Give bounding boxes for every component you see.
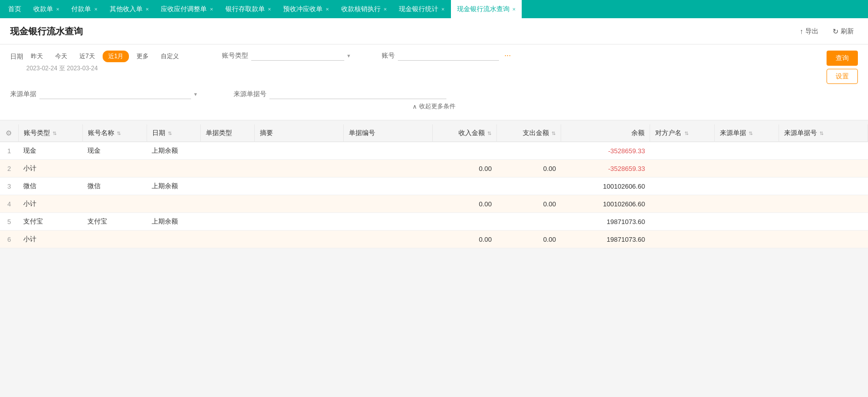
row-doc-no	[343, 178, 432, 195]
account-input[interactable]	[398, 51, 499, 61]
refresh-button[interactable]: ↻ 刷新	[829, 25, 858, 38]
row-num: 1	[0, 142, 18, 160]
table-row: 4 小计 0.00 0.00 100102606.60	[0, 195, 868, 213]
sort-counterpart-icon[interactable]: ⇅	[684, 130, 689, 136]
row-doc-no	[343, 195, 432, 213]
page-header: 现金银行流水查询 ↑ 导出 ↻ 刷新	[0, 18, 868, 45]
sort-source-doc-icon[interactable]: ⇅	[749, 130, 753, 136]
table-row: 2 小计 0.00 0.00 -3528659.33	[0, 160, 868, 178]
col-account-name: 账号名称 ⇅	[82, 124, 147, 142]
row-counterpart	[650, 178, 714, 195]
close-tab-5-icon[interactable]: ×	[326, 6, 329, 12]
row-summary	[254, 231, 343, 248]
account-type-dropdown-icon[interactable]: ▾	[347, 53, 350, 59]
sort-account-type-icon[interactable]: ⇅	[53, 130, 57, 136]
query-button[interactable]: 查询	[827, 51, 858, 66]
row-date	[147, 160, 200, 178]
close-tab-2-icon[interactable]: ×	[146, 6, 149, 12]
row-account-name	[82, 160, 147, 178]
sort-source-doc-no-icon[interactable]: ⇅	[819, 130, 824, 136]
source-doc-no-input[interactable]	[269, 89, 446, 99]
settings-button[interactable]: 设置	[827, 69, 858, 84]
collapse-bar[interactable]: ∧ 收起更多条件	[10, 99, 858, 114]
row-source-doc	[714, 231, 779, 248]
row-source-doc-no	[779, 160, 867, 178]
row-expense	[497, 178, 561, 195]
table-row: 6 小计 0.00 0.00 19871073.60	[0, 231, 868, 248]
source-doc-section: 来源单据 ▾	[10, 89, 197, 99]
nav-tab-4[interactable]: 银行存取款单 ×	[219, 0, 277, 18]
sort-account-name-icon[interactable]: ⇅	[117, 130, 121, 136]
account-type-input[interactable]	[251, 51, 344, 61]
header-actions: ↑ 导出 ↻ 刷新	[796, 25, 858, 38]
row-source-doc	[714, 160, 779, 178]
row-doc-type	[200, 195, 254, 213]
nav-home[interactable]: 首页	[2, 0, 27, 18]
gear-icon[interactable]: ⚙	[6, 129, 12, 137]
nav-tab-2[interactable]: 其他收入单 ×	[104, 0, 155, 18]
row-date: 上期余额	[147, 142, 200, 160]
source-doc-input[interactable]	[39, 89, 191, 99]
row-date: 上期余额	[147, 213, 200, 231]
row-summary	[254, 178, 343, 195]
col-source-doc: 来源单据 ⇅	[714, 124, 779, 142]
action-buttons: 查询 设置	[827, 51, 858, 84]
row-balance: -3528659.33	[561, 160, 650, 178]
date-btn-custom[interactable]: 自定义	[156, 51, 184, 62]
row-expense	[497, 142, 561, 160]
row-balance: 100102606.60	[561, 178, 650, 195]
row-summary	[254, 142, 343, 160]
account-dots-button[interactable]: ···	[502, 51, 513, 60]
row-account-type: 微信	[18, 178, 82, 195]
nav-tab-8[interactable]: 现金银行流水查询 ×	[451, 0, 522, 18]
nav-tab-6[interactable]: 收款核销执行 ×	[335, 0, 393, 18]
row-balance: 100102606.60	[561, 195, 650, 213]
account-label: 账号	[382, 51, 395, 60]
row-summary	[254, 195, 343, 213]
close-tab-6-icon[interactable]: ×	[384, 6, 387, 12]
col-counterpart: 对方户名 ⇅	[650, 124, 714, 142]
nav-tab-0[interactable]: 收款单 ×	[27, 0, 65, 18]
row-source-doc	[714, 142, 779, 160]
row-account-name	[82, 231, 147, 248]
row-doc-type	[200, 160, 254, 178]
table-area: ⚙ 账号类型 ⇅ 账号名称 ⇅ 日期 ⇅ 单据类型 摘要	[0, 124, 868, 248]
row-source-doc-no	[779, 195, 867, 213]
row-source-doc-no	[779, 142, 867, 160]
nav-tab-7[interactable]: 现金银行统计 ×	[393, 0, 450, 18]
export-button[interactable]: ↑ 导出	[796, 25, 823, 38]
sort-income-icon[interactable]: ⇅	[487, 130, 491, 136]
nav-tab-1[interactable]: 付款单 ×	[65, 0, 103, 18]
close-tab-7-icon[interactable]: ×	[441, 6, 444, 12]
close-tab-8-icon[interactable]: ×	[513, 6, 516, 12]
row-source-doc	[714, 178, 779, 195]
nav-tab-5[interactable]: 预收冲应收单 ×	[277, 0, 335, 18]
sort-date-icon[interactable]: ⇅	[168, 130, 172, 136]
row-account-type: 小计	[18, 231, 82, 248]
close-tab-3-icon[interactable]: ×	[210, 6, 213, 12]
row-date	[147, 195, 200, 213]
row-num: 6	[0, 231, 18, 248]
date-btn-yesterday[interactable]: 昨天	[26, 51, 48, 62]
row-num: 3	[0, 178, 18, 195]
close-tab-1-icon[interactable]: ×	[94, 6, 97, 12]
col-income: 收入金额 ⇅	[432, 124, 496, 142]
row-income	[432, 178, 496, 195]
source-doc-dropdown-icon[interactable]: ▾	[194, 91, 197, 98]
sort-expense-icon[interactable]: ⇅	[552, 130, 556, 136]
row-expense: 0.00	[497, 231, 561, 248]
row-income: 0.00	[432, 160, 496, 178]
row-doc-type	[200, 178, 254, 195]
date-btn-more[interactable]: 更多	[132, 51, 153, 62]
table-row: 5 支付宝 支付宝 上期余额 19871073.60	[0, 213, 868, 231]
close-tab-4-icon[interactable]: ×	[268, 6, 271, 12]
date-label: 日期	[10, 52, 23, 61]
nav-tab-3[interactable]: 应收应付调整单 ×	[155, 0, 219, 18]
date-btn-7days[interactable]: 近7天	[75, 51, 100, 62]
close-tab-0-icon[interactable]: ×	[56, 6, 59, 12]
date-btn-1month[interactable]: 近1月	[103, 51, 129, 62]
row-source-doc	[714, 195, 779, 213]
date-btn-today[interactable]: 今天	[51, 51, 72, 62]
row-account-type: 现金	[18, 142, 82, 160]
row-counterpart	[650, 213, 714, 231]
